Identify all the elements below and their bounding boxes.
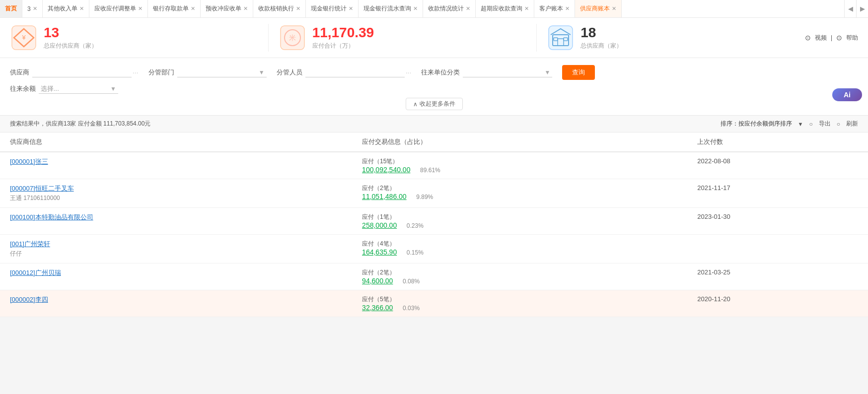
balance-label: 往来余额 [10, 84, 36, 93]
dept-select-wrap: ▼ [177, 67, 267, 77]
last-pay-cell [687, 235, 868, 263]
supplier-sub: 王通 17106110000 [10, 194, 342, 202]
customer-ledger-close[interactable]: ✕ [565, 5, 570, 12]
supplier-link[interactable]: [001]广州荣轩 [10, 240, 50, 248]
video-link[interactable]: 视频 [815, 34, 827, 42]
cash-bank-stats-close[interactable]: ✕ [349, 5, 353, 12]
amount-link[interactable]: 258,000.00 [362, 221, 397, 229]
dept-label: 分管部门 [148, 68, 174, 77]
overdue-ar-label: 超期应收款查询 [481, 4, 522, 13]
supplier-cell: [000001]张三 [0, 152, 352, 179]
nav-tab-ar-ap-adjust[interactable]: 应收应付调整单 ✕ [89, 0, 148, 17]
export-link[interactable]: 导出 [819, 120, 831, 128]
balance-select[interactable]: 选择... [39, 84, 118, 94]
supplier-link[interactable]: [000001]张三 [10, 158, 48, 165]
nav-tab-prepay-charge[interactable]: 预收冲应收单 ✕ [201, 0, 253, 17]
nav-tab-bank-deposit[interactable]: 银行存取款单 ✕ [148, 0, 201, 17]
receipt-stats-label: 收款情况统计 [428, 4, 464, 13]
person-dots-icon[interactable]: ··· [406, 68, 412, 76]
supplier-input[interactable] [32, 67, 132, 77]
supplier-ledger-close[interactable]: ✕ [612, 5, 616, 12]
nav-arrows: ◀ ▶ [844, 0, 868, 18]
tab-3-close[interactable]: ✕ [33, 5, 37, 12]
supplier-filter: 供应商 ··· [10, 67, 139, 77]
supplier-dots-icon[interactable]: ··· [133, 68, 139, 76]
amount-link[interactable]: 32,366.00 [362, 304, 393, 312]
payable-amount-icon: 米 [279, 24, 306, 52]
ar-ap-adjust-close[interactable]: ✕ [138, 5, 143, 12]
transaction-cell: 应付（15笔） 100,092,540.00 89.61% [352, 152, 687, 179]
person-label: 分管人员 [277, 68, 302, 77]
supplier-cell: [000002]李四 [0, 290, 352, 317]
percentage: 0.23% [399, 222, 424, 229]
other-income-close[interactable]: ✕ [79, 5, 84, 12]
nav-arrow-left[interactable]: ◀ [844, 0, 856, 18]
amount-link[interactable]: 94,600.00 [362, 277, 393, 285]
data-table-wrapper: 供应商信息 应付交易信息（占比） 上次付数 [000001]张三 应付（15笔）… [0, 132, 868, 317]
percentage: 0.03% [395, 305, 420, 312]
table-body: [000001]张三 应付（15笔） 100,092,540.00 89.61%… [0, 152, 868, 317]
refresh-link[interactable]: 刷新 [846, 120, 858, 128]
nav-tab-3[interactable]: 3 ✕ [22, 0, 43, 17]
sort-label[interactable]: 排序：按应付余额倒序排序 [721, 120, 792, 128]
top-navigation: 首页 3 ✕ 其他收入单 ✕ 应收应付调整单 ✕ 银行存取款单 ✕ 预收冲应收单… [0, 0, 868, 18]
help-link[interactable]: 帮助 [846, 34, 858, 42]
table-row: [000001]张三 应付（15笔） 100,092,540.00 89.61%… [0, 152, 868, 179]
stat-total-text: 18 总供应商（家） [580, 26, 622, 50]
dept-select[interactable] [177, 67, 267, 77]
person-input[interactable] [305, 67, 405, 77]
supplier-cell: [000012]广州贝瑞 [0, 263, 352, 290]
other-income-label: 其他收入单 [48, 4, 77, 13]
tx-label: 应付（15笔） [362, 157, 677, 166]
table-row: [001]广州荣轩 仔仔 应付（4笔） 164,635.90 0.15% [0, 235, 868, 263]
stat-total-payable-amount: 米 11,170.39 应付合计（万） [268, 24, 537, 52]
nav-tab-cash-bank-flow[interactable]: 现金银行流水查询 ✕ [359, 0, 423, 17]
help-icon: ⊙ [836, 34, 842, 42]
amount-link[interactable]: 164,635.90 [362, 248, 397, 256]
search-button[interactable]: 查询 [562, 65, 595, 80]
supplier-label: 供应商 [10, 68, 29, 77]
supplier-link[interactable]: [000007]恒旺二手叉车 [10, 185, 74, 192]
nav-tab-other-income[interactable]: 其他收入单 ✕ [43, 0, 89, 17]
category-filter: 往来单位分类 ▼ [421, 67, 552, 77]
nav-tab-cash-bank-stats[interactable]: 现金银行统计 ✕ [306, 0, 359, 17]
transaction-cell: 应付（5笔） 32,366.00 0.03% [352, 290, 687, 317]
col-header-transaction: 应付交易信息（占比） [352, 132, 687, 152]
nav-arrow-right[interactable]: ▶ [856, 0, 868, 18]
supplier-link[interactable]: [000002]李四 [10, 296, 48, 303]
last-pay-date: 2022-08-08 [697, 157, 730, 165]
category-select-wrap: ▼ [463, 67, 552, 77]
nav-tab-home[interactable]: 首页 [0, 0, 22, 17]
results-summary: 搜索结果中，供应商13家 应付金额 111,703,854.00元 [10, 120, 721, 128]
category-select[interactable] [463, 67, 552, 77]
prepay-charge-close[interactable]: ✕ [243, 5, 248, 12]
cash-bank-flow-close[interactable]: ✕ [413, 5, 418, 12]
nav-tab-overdue-ar[interactable]: 超期应收款查询 ✕ [476, 0, 534, 17]
table-row: [000007]恒旺二手叉车 王通 17106110000 应付（2笔） 11,… [0, 179, 868, 208]
cash-bank-flow-label: 现金银行流水查询 [363, 4, 411, 13]
receipt-stats-close[interactable]: ✕ [466, 5, 470, 12]
overdue-ar-close[interactable]: ✕ [524, 5, 529, 12]
supplier-link[interactable]: [000100]本特勤油品有限公司 [10, 213, 93, 221]
tab-3-label: 3 [27, 5, 31, 12]
nav-tab-supplier-ledger[interactable]: 供应商账本 ✕ [575, 0, 622, 17]
receipt-verify-close[interactable]: ✕ [296, 5, 300, 12]
bank-deposit-close[interactable]: ✕ [191, 5, 195, 12]
home-label: 首页 [5, 4, 17, 13]
stat-total-number: 18 [580, 26, 622, 40]
nav-tab-receipt-stats[interactable]: 收款情况统计 ✕ [423, 0, 476, 17]
results-bar: 搜索结果中，供应商13家 应付金额 111,703,854.00元 排序：按应付… [0, 116, 868, 132]
amount-link[interactable]: 11,051,486.00 [362, 193, 407, 200]
supplier-link[interactable]: [000012]广州贝瑞 [10, 269, 61, 276]
table-row: [000012]广州贝瑞 应付（2笔） 94,600.00 0.08% 2021… [0, 263, 868, 290]
nav-tab-receipt-verify[interactable]: 收款核销执行 ✕ [253, 0, 306, 17]
supplier-cell: [000007]恒旺二手叉车 王通 17106110000 [0, 179, 352, 208]
nav-tab-customer-ledger[interactable]: 客户账本 ✕ [534, 0, 575, 17]
filter-row-1: 供应商 ··· 分管部门 ▼ 分管人员 ··· 往来单位分类 [10, 65, 858, 80]
ai-badge[interactable]: Ai [832, 88, 862, 101]
amount-link[interactable]: 100,092,540.00 [362, 166, 410, 174]
collapse-button[interactable]: ∧ 收起更多条件 [406, 98, 463, 110]
balance-filter: 往来余额 选择... ▼ [10, 84, 118, 94]
percentage: 89.61% [412, 167, 440, 174]
refresh-icon2: ○ [837, 121, 840, 128]
